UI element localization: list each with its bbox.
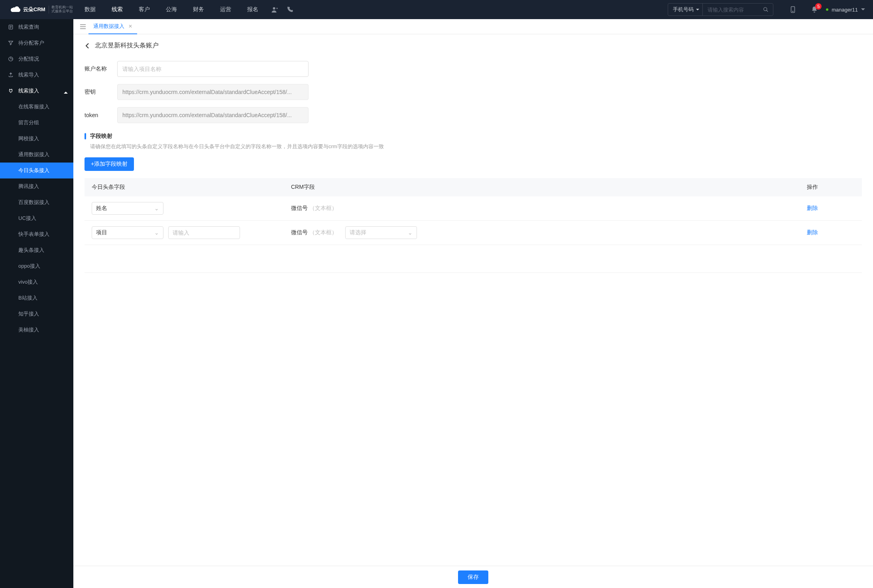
add-mapping-button[interactable]: +添加字段映射	[85, 157, 134, 171]
sidebar-sub-baidu[interactable]: 百度数据接入	[0, 194, 73, 210]
secret-label: 密钥	[85, 88, 112, 96]
toutiao-field-input[interactable]	[168, 226, 240, 239]
secret-input[interactable]	[117, 84, 309, 100]
token-input[interactable]	[117, 107, 309, 123]
sidebar-sub-toutiao[interactable]: 今日头条接入	[0, 163, 73, 178]
th-toutiao: 今日头条字段	[92, 184, 291, 191]
search-area: 手机号码	[668, 3, 773, 16]
table-header: 今日头条字段 CRM字段 操作	[85, 178, 862, 196]
collapse-sidebar-button[interactable]	[77, 21, 88, 32]
tab-close-icon[interactable]: ✕	[128, 24, 132, 29]
username-label: manager11	[832, 7, 858, 13]
main-content: 通用数据接入 ✕ 北京昱新科技头条账户 账户名称 密钥	[73, 19, 873, 588]
plug-icon	[8, 88, 14, 94]
sidebar-sub-tencent[interactable]: 腾讯接入	[0, 178, 73, 194]
section-bar-icon	[85, 133, 86, 139]
table-empty-space	[85, 245, 862, 273]
sidebar-sub-oppo[interactable]: oppo接入	[0, 258, 73, 274]
sidebar-sub-kuaishou[interactable]: 快手表单接入	[0, 226, 73, 242]
table-row: 项目 ⌄ 微信号（文本框） 请选择 ⌄	[85, 221, 862, 245]
th-action: 操作	[807, 184, 855, 191]
logo-subtitle: 教育机构一站 式服务云平台	[49, 6, 73, 14]
delete-row-button[interactable]: 删除	[807, 229, 818, 235]
toutiao-field-select[interactable]: 项目 ⌄	[92, 226, 163, 239]
sidebar-sub-qutoutiao[interactable]: 趣头条接入	[0, 242, 73, 258]
nav-customer[interactable]: 客户	[139, 6, 150, 13]
nav-finance[interactable]: 财务	[193, 6, 204, 13]
chevron-down-icon: ⌄	[154, 205, 159, 212]
sidebar-sub-generic-data[interactable]: 通用数据接入	[0, 147, 73, 163]
chevron-down-icon: ⌄	[408, 229, 413, 236]
sidebar-sub-message-group[interactable]: 留言分组	[0, 115, 73, 131]
svg-point-1	[764, 8, 767, 11]
back-arrow-icon[interactable]	[85, 43, 91, 49]
account-name-label: 账户名称	[85, 65, 112, 73]
sidebar-sub-vivo[interactable]: vivo接入	[0, 274, 73, 290]
crm-field-select[interactable]: 请选择 ⌄	[345, 226, 417, 239]
account-name-input[interactable]	[117, 61, 309, 77]
nav-data[interactable]: 数据	[85, 6, 96, 13]
nav-clue[interactable]: 线索	[112, 6, 123, 13]
crm-field-hint: （文本框）	[309, 229, 337, 235]
status-dot-icon	[826, 8, 828, 11]
nav-signup[interactable]: 报名	[247, 6, 258, 13]
logo[interactable]: 云朵CRM 教育机构一站 式服务云平台	[0, 0, 73, 19]
search-button[interactable]	[759, 4, 773, 16]
sidebar-clue-query[interactable]: 线索查询	[0, 19, 73, 35]
svg-point-3	[792, 11, 793, 12]
crm-field-hint: （文本框）	[309, 205, 337, 211]
sidebar-pending-customer[interactable]: 待分配客户	[0, 35, 73, 51]
nav-extra-icons	[271, 6, 293, 13]
sidebar-sub-online-service[interactable]: 在线客服接入	[0, 99, 73, 115]
token-label: token	[85, 112, 112, 118]
mapping-section-title: 字段映射	[85, 133, 862, 140]
tab-generic-data[interactable]: 通用数据接入 ✕	[88, 19, 137, 34]
breadcrumb: 北京昱新科技头条账户	[85, 41, 862, 50]
pie-icon	[8, 56, 14, 62]
sidebar-clue-access[interactable]: 线索接入	[0, 83, 73, 99]
nav-public[interactable]: 公海	[166, 6, 177, 13]
sidebar-sub-meiyou[interactable]: 美柚接入	[0, 322, 73, 338]
sidebar: 线索查询 待分配客户 分配情况 线索导入 线索接入 在线客服接入 留言分组 网校…	[0, 19, 73, 588]
top-nav: 数据 线索 客户 公海 财务 运营 报名	[85, 0, 258, 19]
page-title: 北京昱新科技头条账户	[95, 41, 159, 50]
phone-icon[interactable]	[286, 6, 293, 13]
toutiao-field-select[interactable]: 姓名 ⌄	[92, 202, 163, 215]
save-button[interactable]: 保存	[458, 570, 488, 584]
user-menu[interactable]: manager11	[826, 7, 873, 13]
crm-field-label: 微信号	[291, 205, 308, 211]
sidebar-sub-zhihu[interactable]: 知乎接入	[0, 306, 73, 322]
notif-badge: 5	[815, 3, 822, 10]
footer-bar: 保存	[73, 566, 873, 588]
delete-row-button[interactable]: 删除	[807, 205, 818, 211]
sidebar-sub-school[interactable]: 网校接入	[0, 131, 73, 147]
sidebar-allocation[interactable]: 分配情况	[0, 51, 73, 67]
search-type-select[interactable]: 手机号码	[668, 4, 703, 16]
bell-icon[interactable]: 5	[811, 6, 818, 13]
topbar-right-icons: 5	[789, 6, 818, 13]
mapping-table: 今日头条字段 CRM字段 操作 姓名 ⌄ 微信号（文本	[85, 178, 862, 273]
th-crm: CRM字段	[291, 184, 807, 191]
filter-icon	[8, 40, 14, 46]
doc-icon	[8, 24, 14, 30]
tabs-bar: 通用数据接入 ✕	[73, 19, 873, 34]
mobile-icon[interactable]	[789, 6, 796, 13]
search-input[interactable]	[703, 7, 759, 13]
topbar: 云朵CRM 教育机构一站 式服务云平台 数据 线索 客户 公海 财务 运营 报名…	[0, 0, 873, 19]
user-plus-icon[interactable]	[271, 6, 278, 13]
logo-brand: 云朵CRM	[10, 6, 45, 14]
sidebar-sub-bilibili[interactable]: B站接入	[0, 290, 73, 306]
upload-icon	[8, 72, 14, 78]
chevron-down-icon: ⌄	[154, 229, 159, 236]
sidebar-clue-import[interactable]: 线索导入	[0, 67, 73, 83]
chevron-up-icon	[64, 89, 68, 93]
nav-ops[interactable]: 运营	[220, 6, 231, 13]
svg-point-0	[273, 7, 275, 10]
chevron-down-icon	[861, 8, 865, 11]
table-row: 姓名 ⌄ 微信号（文本框） 删除	[85, 196, 862, 221]
mapping-section-desc: 请确保您在此填写的头条自定义字段名称与在今日头条平台中自定义的字段名称一致，并且…	[90, 143, 862, 150]
sidebar-sub-uc[interactable]: UC接入	[0, 210, 73, 226]
page-content: 北京昱新科技头条账户 账户名称 密钥 token 字段映射	[73, 34, 873, 566]
crm-field-label: 微信号	[291, 229, 308, 235]
